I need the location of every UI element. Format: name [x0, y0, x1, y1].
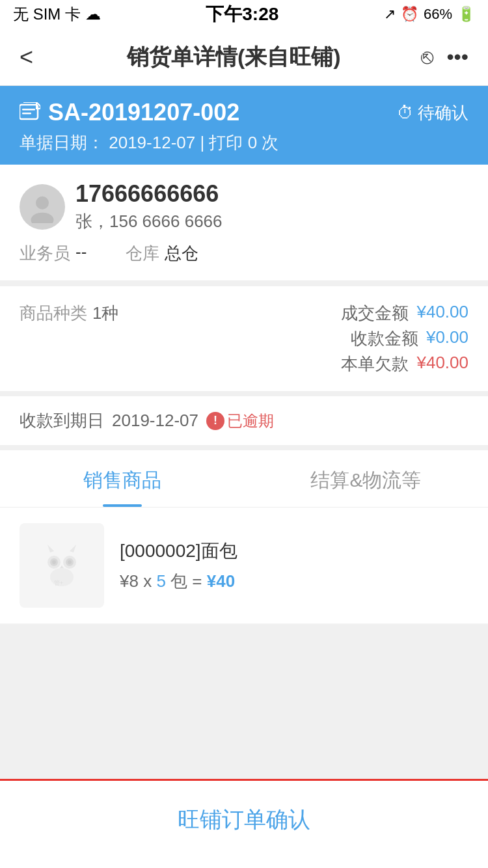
- deal-amount-value: ¥40.00: [416, 302, 468, 325]
- tab-settlement[interactable]: 结算&物流等: [244, 450, 488, 507]
- status-bar: 无 SIM 卡 ☁ 下午3:28 ↗ ⏰ 66% 🔋: [0, 0, 488, 29]
- battery-text: 66%: [424, 6, 452, 23]
- no-sim-text: 无 SIM 卡 ☁: [13, 4, 101, 25]
- calc-operator-eq: =: [192, 571, 206, 591]
- date-label: 单据日期：: [20, 133, 104, 152]
- customer-phone: 17666666666: [75, 180, 468, 208]
- due-section: 收款到期日 2019-12-07 ! 已逾期: [0, 396, 488, 450]
- location-icon: ↗: [384, 6, 396, 23]
- battery-icon: 🔋: [457, 6, 475, 23]
- table-row: 管+ [0000002]面包 ¥8 x 5 包 = ¥40: [0, 508, 488, 624]
- product-price: ¥8: [120, 571, 139, 591]
- order-id-text: SA-20191207-002: [20, 99, 239, 126]
- order-icon: [20, 99, 40, 126]
- deal-amount-row: 成交金额 ¥40.00: [341, 302, 468, 325]
- overdue-badge: ! 已逾期: [206, 411, 274, 431]
- status-right: ↗ ⏰ 66% 🔋: [384, 6, 475, 23]
- overdue-text: 已逾期: [227, 411, 274, 431]
- product-types: 商品种类 1种: [20, 302, 118, 325]
- owed-amount-value: ¥40.00: [416, 353, 468, 375]
- nav-bar: < 销货单详情(来自旺铺) ⎋ •••: [0, 29, 488, 86]
- warehouse-label: 仓库: [126, 242, 159, 265]
- tabs: 销售商品 结算&物流等: [0, 450, 488, 508]
- svg-text:管+: 管+: [54, 580, 63, 586]
- warehouse-value: 总仓: [165, 242, 198, 265]
- product-quantity: 5: [156, 571, 165, 591]
- svg-marker-13: [47, 545, 54, 552]
- salesperson-label: 业务员: [20, 242, 70, 265]
- back-button[interactable]: <: [20, 44, 46, 71]
- svg-marker-14: [70, 545, 76, 552]
- order-date: 单据日期： 2019-12-07 | 打印 0 次: [20, 131, 468, 154]
- product-types-label: 商品种类: [20, 302, 87, 325]
- products-section: 管+ [0000002]面包 ¥8 x 5 包 = ¥40: [0, 508, 488, 624]
- product-total: ¥40: [207, 571, 235, 591]
- tab-sales-products[interactable]: 销售商品: [0, 450, 244, 507]
- page-title: 销货单详情(来自旺铺): [46, 42, 421, 72]
- confirm-order-button[interactable]: 旺铺订单确认: [20, 791, 468, 848]
- more-icon[interactable]: •••: [446, 45, 468, 69]
- date-value: 2019-12-07: [109, 133, 195, 152]
- received-amount-row: 收款金额 ¥0.00: [351, 327, 468, 350]
- customer-name: 张，156 6666 6666: [75, 210, 468, 233]
- product-calc: ¥8 x 5 包 = ¥40: [120, 570, 468, 593]
- owed-amount-row: 本单欠款 ¥40.00: [341, 353, 468, 375]
- summary-section: 商品种类 1种 成交金额 ¥40.00 收款金额 ¥0.00 本单欠款 ¥40.…: [0, 281, 488, 396]
- product-thumbnail: 管+: [20, 523, 104, 608]
- product-types-value: 1种: [92, 302, 118, 325]
- order-id-row: SA-20191207-002 ⏱ 待确认: [20, 99, 468, 126]
- svg-rect-1: [22, 109, 35, 111]
- customer-info: 17666666666 张，156 6666 6666: [75, 180, 468, 233]
- order-header: SA-20191207-002 ⏱ 待确认 单据日期： 2019-12-07 |…: [0, 86, 488, 165]
- status-time: 下午3:28: [206, 2, 278, 27]
- deal-amount-label: 成交金额: [341, 302, 409, 325]
- product-unit: 包: [170, 571, 187, 591]
- status-left: 无 SIM 卡 ☁: [13, 4, 101, 25]
- nav-actions: ⎋ •••: [421, 45, 468, 69]
- customer-section: 17666666666 张，156 6666 6666 业务员 -- 仓库 总仓: [0, 165, 488, 281]
- calc-operator-x: x: [143, 571, 156, 591]
- bottom-bar: 旺铺订单确认: [0, 779, 488, 868]
- salesperson-item: 业务员 --: [20, 242, 87, 265]
- svg-rect-0: [20, 105, 38, 119]
- owed-amount-label: 本单欠款: [341, 353, 409, 375]
- amounts: 成交金额 ¥40.00 收款金额 ¥0.00 本单欠款 ¥40.00: [341, 302, 468, 375]
- received-amount-label: 收款金额: [351, 327, 418, 350]
- status-text: 待确认: [418, 102, 468, 124]
- order-status: ⏱ 待确认: [397, 102, 468, 124]
- customer-row: 17666666666 张，156 6666 6666: [20, 180, 468, 233]
- share-icon[interactable]: ⎋: [421, 45, 433, 69]
- avatar: [20, 184, 65, 230]
- print-info: | 打印 0 次: [200, 133, 278, 152]
- customer-meta: 业务员 -- 仓库 总仓: [20, 242, 468, 265]
- due-label: 收款到期日: [20, 409, 104, 432]
- svg-point-10: [68, 560, 72, 564]
- product-details: [0000002]面包 ¥8 x 5 包 = ¥40: [120, 539, 468, 593]
- clock-icon: ⏰: [401, 6, 418, 23]
- warehouse-item: 仓库 总仓: [126, 242, 198, 265]
- clock-icon-status: ⏱: [397, 103, 414, 123]
- warning-icon: !: [206, 412, 224, 430]
- product-name: [0000002]面包: [120, 539, 468, 563]
- svg-point-9: [52, 560, 56, 564]
- received-amount-value: ¥0.00: [426, 327, 468, 350]
- salesperson-value: --: [75, 242, 87, 265]
- svg-point-4: [31, 212, 54, 223]
- order-number: SA-20191207-002: [48, 99, 239, 126]
- svg-point-3: [36, 196, 49, 209]
- svg-rect-2: [22, 113, 31, 115]
- due-date: 2019-12-07: [112, 411, 198, 431]
